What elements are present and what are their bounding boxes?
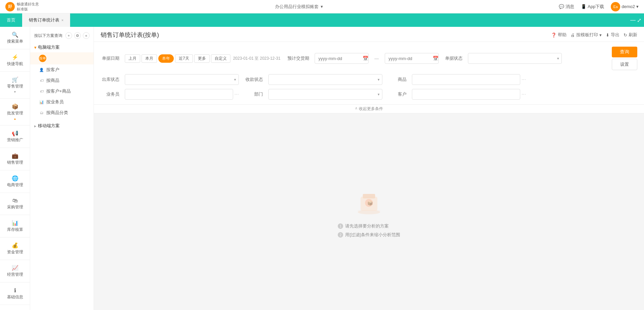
collapse-icon: ∧ [355,106,358,112]
empty-state: 📦 1 请先选择要分析的方案 2 用[过滤]条件来缩小分析范围 [94,113,644,310]
inventory-icon: 📊 [12,220,18,226]
empty-tip-1: 1 请先选择要分析的方案 [338,223,400,229]
tab-home[interactable]: 首页 [0,13,22,27]
tab-close-icon[interactable]: × [61,18,63,22]
shipment-select-wrapper: ▾ [125,74,239,85]
retail-icon: 🛒 [12,76,18,83]
marketing-icon: 📢 [12,130,18,137]
query-button[interactable]: 查询 [612,47,637,57]
tab-sales-order[interactable]: 销售订单统计表 × [22,13,70,27]
department-select-wrapper: ▾ [268,89,382,100]
print-btn[interactable]: 🖨 按模板打印 ▾ [571,32,602,38]
delivery-date-from-wrapper: 📅 [315,53,368,64]
tree-item-by-salesperson[interactable]: 📊 按业务员 [30,97,94,107]
goods-input[interactable] [412,74,520,85]
avatar-img: Ea [611,2,620,11]
sidebar-item-retail[interactable]: 🛒 零售管理 ▾ [0,72,30,99]
salesperson-label: 业务员 [101,91,119,97]
sidebar-item-ecommerce[interactable]: 🌐 电商管理 [0,170,30,193]
settings-button[interactable]: 设置 [612,59,637,70]
tree-parent-mobile[interactable]: ▸ 移动端方案 [30,121,94,131]
logo-icon: 好 [5,2,15,11]
tree-item-by-category[interactable]: 🗂 按商品分类 [30,107,94,118]
tree-item-by-customer-goods[interactable]: 🏷 按客户+商品 [30,86,94,97]
tip-num-2: 2 [338,232,343,238]
search-icon: 🔍 [12,32,18,38]
sidebar-item-finance[interactable]: 💰 资金管理 [0,238,30,260]
sidebar-item-sales[interactable]: 💼 销售管理 [0,148,30,170]
sidebar-item-operations[interactable]: 📈 经营管理 [0,260,30,282]
tree-expand-icon: ▾ [34,45,37,50]
message-icon: 💬 [559,4,564,9]
status-select[interactable] [468,53,562,64]
workspace-selector[interactable]: 办公用品行业模拟账套 ▾ [275,4,323,10]
page-title: 销售订单统计表(按单) [101,31,159,39]
window-minimize-btn[interactable]: — [630,17,636,23]
panel-settings-btn[interactable]: ⚙ [74,32,81,39]
tree-item-by-customer[interactable]: 👤 按客户 [30,64,94,75]
filter-row-3: 业务员 ··· 部门 ▾ 客户 ··· [101,89,637,100]
date-btn-last7[interactable]: 近7天 [175,54,193,63]
main-layout: 🔍 搜索菜单 ⚡ 快捷导航 🛒 零售管理 ▾ 📦 批发管理 ▴ 📢 营销推广 💼… [0,27,644,310]
sidebar-item-search[interactable]: 🔍 搜索菜单 [0,27,30,49]
sidebar-item-system[interactable]: ⚙ 系统管理 [0,305,30,310]
date-btn-last-month[interactable]: 上月 [125,54,140,63]
window-maximize-btn[interactable]: ⤢ [637,17,641,23]
sidebar-item-wholesale[interactable]: 📦 批发管理 ▴ [0,99,30,125]
tree-mobile: ▸ 移动端方案 [30,119,94,132]
delivery-date-to[interactable] [385,53,439,64]
sidebar-item-inventory[interactable]: 📊 库存核算 [0,215,30,238]
sidebar-item-purchase[interactable]: 🛍 采购管理 [0,193,30,215]
receipt-select[interactable] [268,74,382,85]
customer-more-icon[interactable]: ··· [522,91,526,97]
date-btn-this-month[interactable]: 本月 [142,54,157,63]
goods-tree-icon: 🏷 [39,78,44,83]
panel-collapse-btn[interactable]: « [83,32,90,39]
sidebar: 🔍 搜索菜单 ⚡ 快捷导航 🛒 零售管理 ▾ 📦 批发管理 ▴ 📢 营销推广 💼… [0,27,30,310]
date-range-text: 2023-01-01 至 2023-12-31 [233,56,280,61]
download-icon: 📱 [581,4,586,9]
collapse-bar[interactable]: ∧ 收起更多条件 [94,105,644,113]
svg-text:📦: 📦 [367,200,373,206]
tree-item-by-goods[interactable]: 🏷 按商品 [30,75,94,86]
panel-header-actions: + ⚙ « [65,32,90,39]
receipt-select-wrapper: ▾ [268,74,382,85]
user-avatar[interactable]: Ea demo2 ▾ [611,2,639,11]
empty-tip-2: 2 用[过滤]条件来缩小分析范围 [338,232,400,238]
help-icon: ❓ [551,33,556,38]
export-btn[interactable]: ⬇ 导出 [606,32,620,38]
tip-num-1: 1 [338,223,343,229]
status-label: 单据状态 [444,55,463,61]
filter-row-1: 单据日期 上月 本月 本年 近7天 更多 自定义 2023-01-01 至 20… [101,47,637,70]
top-bar-right: 💬 消息 📱 App下载 Ea demo2 ▾ [559,2,639,11]
operations-icon: 📈 [12,265,18,271]
refresh-btn[interactable]: ↻ 刷新 [624,32,637,38]
sidebar-item-quick-nav[interactable]: ⚡ 快捷导航 [0,49,30,72]
date-btn-this-year[interactable]: 本年 [158,54,174,63]
logo-text: 畅捷通好生意 标准版 [17,2,39,11]
sidebar-item-basic[interactable]: ℹ 基础信息 [0,282,30,305]
customer-input[interactable] [412,89,520,100]
help-btn[interactable]: ❓ 帮助 [551,32,567,38]
tree-item-by-order[interactable]: 按单 [30,52,94,64]
date-btn-more[interactable]: 更多 [194,54,210,63]
delivery-date-from[interactable] [315,53,369,64]
panel-add-btn[interactable]: + [65,32,72,39]
department-select[interactable] [268,89,382,100]
basic-icon: ℹ [14,287,16,294]
goods-label: 商品 [388,76,407,83]
panel-header: 按以下方案查询 + ⚙ « [30,30,94,41]
salesperson-input[interactable] [125,89,233,100]
salesperson-more-icon[interactable]: ··· [234,91,239,97]
date-btn-custom[interactable]: 自定义 [211,54,230,63]
goods-more-icon[interactable]: ··· [522,76,526,83]
left-panel: 按以下方案查询 + ⚙ « ▾ 电脑端方案 按单 👤 按客户 🏷 按商品 [30,27,94,310]
app-download-btn[interactable]: 📱 App下载 [581,4,604,10]
message-btn[interactable]: 💬 消息 [559,4,574,10]
tree-parent-desktop[interactable]: ▾ 电脑端方案 [30,42,94,52]
shipment-select[interactable] [125,74,239,85]
sidebar-item-marketing[interactable]: 📢 营销推广 [0,125,30,148]
customer-goods-tree-icon: 🏷 [39,89,44,94]
export-icon: ⬇ [606,33,609,38]
customer-label: 客户 [388,91,407,97]
